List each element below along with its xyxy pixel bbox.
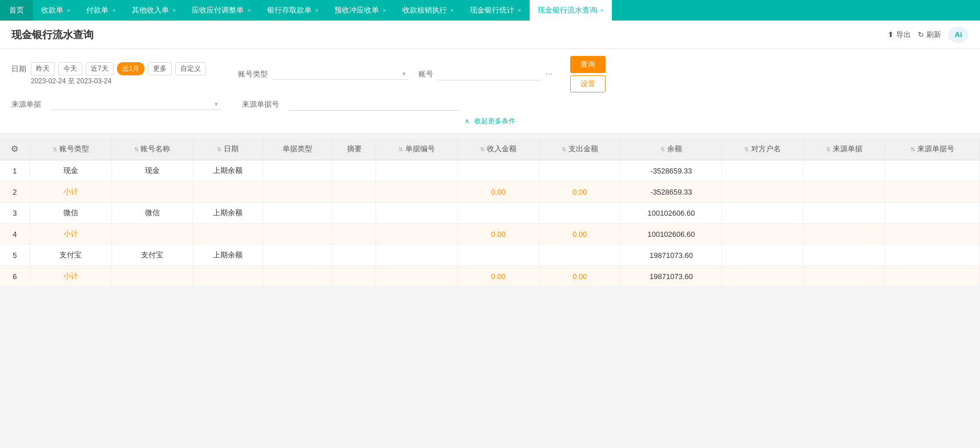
table-cell: 上期余额 [193,160,263,181]
table-cell [458,160,539,181]
table-cell [885,245,979,266]
table-cell [376,160,458,181]
col-counterparty[interactable]: ⇅ 对方户名 [722,138,804,160]
close-icon[interactable]: × [315,7,318,14]
table-cell: 微信 [111,203,193,224]
collapse-bar[interactable]: ∧ 收起更多条件 [11,113,969,128]
table-cell [722,160,804,181]
account-group: 账号 ··· [418,68,556,80]
col-date[interactable]: ⇅ 日期 [193,138,263,160]
source-doc-select[interactable]: ▾ [50,99,221,110]
close-icon[interactable]: × [600,7,604,14]
table-row: 2小计0.000.00-3528659.33 [0,181,980,203]
table-cell [263,224,332,245]
nav-tab-prepay[interactable]: 预收冲应收单 × [326,0,394,21]
date-btn-more[interactable]: 更多 [148,62,172,75]
more-dots-icon[interactable]: ··· [545,69,552,79]
table-cell: 小计 [30,224,111,245]
source-doc-no-input[interactable] [288,98,459,111]
filter-row-2: 来源单据 ▾ 来源单据号 [11,98,969,111]
nav-tab-fukuan[interactable]: 付款单 × [78,0,123,21]
ai-button[interactable]: Ai [948,27,969,43]
table-cell: -3528659.33 [620,160,721,181]
table-cell [722,181,804,203]
col-sort-icon: ⇅ [660,146,665,152]
table-row: 6小计0.000.0019871073.60 [0,266,980,287]
refresh-button[interactable]: ↻ 刷新 [918,30,941,40]
page-title: 现金银行流水查询 [11,28,94,42]
date-btn-1month[interactable]: 近1月 [117,62,145,75]
table-cell: -3528659.33 [620,181,721,203]
date-btn-7days[interactable]: 近7天 [86,62,114,75]
nav-tab-stats[interactable]: 现金银行统计 × [462,0,529,21]
table-cell: 0.00 [458,266,539,287]
table-cell [885,224,979,245]
table-cell: 0.00 [539,224,620,245]
table-cell: 4 [0,224,30,245]
table-cell: 上期余额 [193,203,263,224]
col-expense[interactable]: ⇅ 支出金额 [539,138,620,160]
col-source-doc-no[interactable]: ⇅ 来源单据号 [885,138,979,160]
col-sort-icon: ⇅ [826,146,830,152]
table-cell [722,203,804,224]
col-sort-icon: ⇅ [744,146,749,152]
col-gear[interactable]: ⚙ [0,138,30,160]
nav-home[interactable]: 首页 [0,0,33,21]
col-balance[interactable]: ⇅ 余额 [620,138,721,160]
table-cell: 0.00 [539,181,620,203]
nav-tab-shoukuan[interactable]: 收款单 × [33,0,78,21]
nav-tab-collection[interactable]: 收款核销执行 × [394,0,462,21]
close-icon[interactable]: × [518,7,521,14]
table-cell [376,224,458,245]
export-button[interactable]: ⬆ 导出 [888,30,911,40]
close-icon[interactable]: × [450,7,454,14]
query-button[interactable]: 查询 [570,56,606,73]
table-cell: 2 [0,181,30,203]
close-icon[interactable]: × [112,7,115,14]
date-btn-custom[interactable]: 自定义 [175,62,206,75]
col-sort-icon: ⇅ [134,146,139,152]
table-cell [539,245,620,266]
table-cell: 19871073.60 [620,245,721,266]
col-doc-no[interactable]: ⇅ 单据编号 [376,138,458,160]
settings-button[interactable]: 设置 [570,75,606,92]
table-cell [193,266,263,287]
col-source-doc[interactable]: ⇅ 来源单据 [804,138,885,160]
account-type-select[interactable]: ▾ [272,68,409,80]
nav-tab-other-income[interactable]: 其他收入单 × [124,0,184,21]
table-cell: 0.00 [458,181,539,203]
col-doc-type[interactable]: 单据类型 [263,138,332,160]
gear-icon[interactable]: ⚙ [11,144,18,154]
nav-tab-adjust[interactable]: 应收应付调整单 × [184,0,259,21]
table-cell [333,160,376,181]
table-cell [885,266,979,287]
table-cell: 5 [0,245,30,266]
table-cell [885,203,979,224]
close-icon[interactable]: × [247,7,251,14]
table-row: 3微信微信上期余额100102606.60 [0,203,980,224]
close-icon[interactable]: × [67,7,70,14]
date-btn-today[interactable]: 今天 [58,62,82,75]
col-income[interactable]: ⇅ 收入金额 [458,138,539,160]
table-cell [333,266,376,287]
col-summary[interactable]: 摘要 [333,138,376,160]
table-cell [722,224,804,245]
table-header-row: ⚙ ⇅ 账号类型 ⇅ 账号名称 ⇅ 日期 单据类型 摘要 ⇅ 单据编号 ⇅ 收入… [0,138,980,160]
table-cell [722,266,804,287]
table-cell: 100102606.60 [620,203,721,224]
table-cell [885,160,979,181]
col-account-name[interactable]: ⇅ 账号名称 [111,138,193,160]
close-icon[interactable]: × [382,7,386,14]
date-btn-yesterday[interactable]: 昨天 [31,62,55,75]
nav-tab-bank-deposit[interactable]: 银行存取款单 × [259,0,326,21]
table-cell [376,266,458,287]
nav-tab-flow-query[interactable]: 现金银行流水查询 × [530,0,612,21]
table-cell [804,203,885,224]
close-icon[interactable]: × [172,7,176,14]
header-actions: ⬆ 导出 ↻ 刷新 Ai [888,27,969,43]
col-account-type[interactable]: ⇅ 账号类型 [30,138,111,160]
account-input[interactable] [438,68,541,80]
refresh-icon: ↻ [918,30,924,39]
table-cell: 19871073.60 [620,266,721,287]
col-sort-icon: ⇅ [398,146,403,152]
